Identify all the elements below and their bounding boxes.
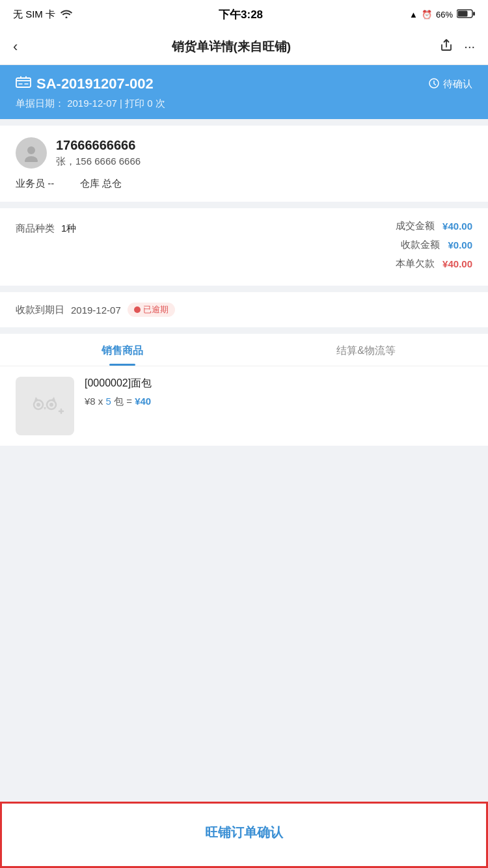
due-date-value: 2019-12-07 (71, 305, 121, 316)
footer-area (0, 446, 488, 602)
deal-label: 成交金额 (396, 220, 435, 232)
product-item: [0000002]面包 ¥8 x 5 包 = ¥40 (16, 377, 472, 435)
svg-point-9 (36, 403, 40, 407)
svg-rect-3 (16, 78, 31, 87)
tab-settlement-logistics[interactable]: 结算&物流等 (244, 334, 488, 366)
wifi-icon (61, 9, 72, 20)
due-date-label: 收款到期日 (16, 304, 64, 316)
battery-icon (457, 9, 475, 20)
product-calc: ¥8 x 5 包 = ¥40 (85, 396, 472, 408)
order-date: 2019-12-07 (67, 98, 117, 109)
type-label: 商品种类 (16, 223, 55, 235)
owed-amount-row: 本单欠款 ¥40.00 (396, 258, 472, 270)
order-banner-top: SA-20191207-002 待确认 (16, 75, 472, 92)
nav-actions: ··· (439, 38, 475, 55)
received-amount-row: 收款金额 ¥0.00 (401, 239, 472, 251)
amount-section: 商品种类 1种 成交金额 ¥40.00 收款金额 ¥0.00 本单欠款 ¥40.… (0, 208, 488, 286)
product-info: [0000002]面包 ¥8 x 5 包 = ¥40 (85, 377, 472, 408)
nav-bar: ‹ 销货单详情(来自旺铺) ··· (0, 29, 488, 65)
order-status-text: 待确认 (443, 78, 472, 90)
overdue-dot-icon (134, 306, 141, 313)
svg-point-6 (25, 156, 38, 162)
product-name: [0000002]面包 (85, 377, 472, 390)
svg-rect-1 (457, 10, 467, 16)
received-label: 收款金额 (401, 239, 440, 251)
order-status: 待确认 (429, 78, 472, 90)
tabs-section: 销售商品 结算&物流等 (0, 334, 488, 446)
order-id: SA-20191207-002 (16, 75, 154, 92)
customer-info: 17666666666 张，156 6666 6666 (56, 138, 141, 168)
owed-value: ¥40.00 (442, 258, 472, 269)
status-bar-right: ▲ ⏰ 66% (409, 9, 475, 20)
order-date-row: 单据日期： 2019-12-07 | 打印 0 次 (16, 98, 472, 110)
customer-phone: 17666666666 (56, 138, 141, 153)
svg-point-5 (27, 146, 35, 154)
page-title: 销货单详情(来自旺铺) (23, 38, 439, 55)
back-button[interactable]: ‹ (13, 36, 23, 58)
received-value: ¥0.00 (448, 239, 472, 251)
customer-section: 17666666666 张，156 6666 6666 业务员 -- 仓库 总仓 (0, 126, 488, 202)
order-icon (16, 75, 31, 92)
carrier-text: 无 SIM 卡 (13, 8, 55, 21)
tabs-header: 销售商品 结算&物流等 (0, 334, 488, 366)
deal-amount-row: 成交金额 ¥40.00 (396, 220, 472, 232)
type-value: 1种 (61, 223, 76, 235)
owed-label: 本单欠款 (396, 258, 435, 270)
confirm-button-wrap: 旺铺订单确认 (0, 802, 488, 868)
svg-point-10 (49, 403, 53, 407)
date-separator: | (120, 98, 125, 109)
avatar (16, 137, 47, 169)
warehouse-value: 总仓 (102, 178, 122, 189)
tab-sales-products[interactable]: 销售商品 (0, 334, 244, 366)
order-banner: SA-20191207-002 待确认 单据日期： 2019-12-07 | 打… (0, 65, 488, 119)
product-thumbnail (16, 377, 74, 435)
more-icon[interactable]: ··· (464, 39, 475, 54)
customer-sub: 张，156 6666 6666 (56, 156, 141, 168)
product-list: [0000002]面包 ¥8 x 5 包 = ¥40 (0, 366, 488, 446)
print-text: 打印 0 次 (125, 98, 165, 109)
deal-value: ¥40.00 (442, 221, 472, 232)
battery-text: 66% (436, 10, 453, 20)
alarm-icon: ⏰ (422, 10, 432, 20)
location-icon: ▲ (409, 10, 418, 20)
confirm-order-button[interactable]: 旺铺订单确认 (18, 814, 470, 850)
due-date-section: 收款到期日 2019-12-07 已逾期 (0, 292, 488, 327)
sales-value: -- (47, 178, 54, 189)
warehouse-label: 仓库 (80, 178, 100, 189)
customer-header: 17666666666 张，156 6666 6666 (16, 137, 472, 169)
order-id-text: SA-20191207-002 (36, 75, 154, 92)
overdue-text: 已逾期 (143, 304, 169, 316)
customer-meta: 业务员 -- 仓库 总仓 (16, 178, 472, 190)
share-icon[interactable] (439, 38, 454, 55)
warehouse-field: 仓库 总仓 (80, 178, 122, 190)
status-bar-left: 无 SIM 卡 (13, 8, 72, 21)
amount-right: 成交金额 ¥40.00 收款金额 ¥0.00 本单欠款 ¥40.00 (396, 220, 472, 274)
status-bar-time: 下午3:28 (219, 7, 263, 22)
overdue-badge: 已逾期 (128, 303, 175, 317)
svg-rect-2 (473, 12, 475, 16)
sales-field: 业务员 -- (16, 178, 54, 190)
date-label: 单据日期： (16, 98, 64, 109)
sales-label: 业务员 (16, 178, 45, 189)
status-clock-icon (429, 78, 439, 90)
status-bar: 无 SIM 卡 下午3:28 ▲ ⏰ 66% (0, 0, 488, 29)
